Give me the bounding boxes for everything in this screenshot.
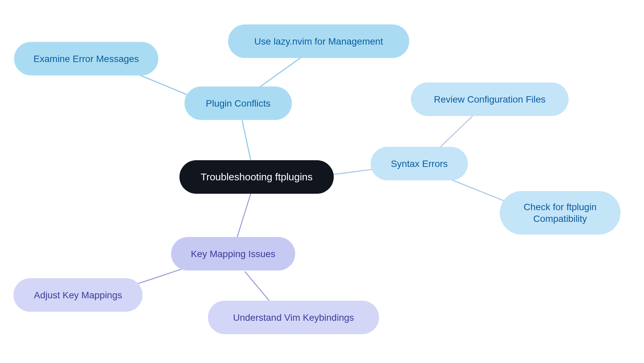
node-examine-errors[interactable]: Examine Error Messages bbox=[14, 42, 158, 75]
node-syntax-errors[interactable]: Syntax Errors bbox=[371, 147, 468, 180]
node-root-label: Troubleshooting ftplugins bbox=[201, 171, 313, 183]
node-key-mapping-label: Key Mapping Issues bbox=[191, 248, 275, 260]
node-use-lazy[interactable]: Use lazy.nvim for Management bbox=[228, 24, 409, 58]
node-examine-errors-label: Examine Error Messages bbox=[34, 53, 139, 65]
node-syntax-errors-label: Syntax Errors bbox=[391, 158, 448, 170]
svg-line-0 bbox=[241, 117, 252, 164]
node-key-mapping[interactable]: Key Mapping Issues bbox=[171, 237, 295, 270]
node-review-config-label: Review Configuration Files bbox=[434, 94, 545, 105]
node-check-compat[interactable]: Check for ftplugin Compatibility bbox=[500, 191, 621, 235]
node-understand-vim[interactable]: Understand Vim Keybindings bbox=[208, 301, 379, 334]
svg-line-6 bbox=[235, 191, 252, 245]
node-review-config[interactable]: Review Configuration Files bbox=[411, 82, 569, 116]
node-understand-vim-label: Understand Vim Keybindings bbox=[233, 312, 354, 323]
node-use-lazy-label: Use lazy.nvim for Management bbox=[254, 36, 383, 47]
mindmap-canvas: Troubleshooting ftplugins Plugin Conflic… bbox=[0, 0, 644, 363]
node-adjust-mappings[interactable]: Adjust Key Mappings bbox=[13, 278, 143, 312]
node-adjust-mappings-label: Adjust Key Mappings bbox=[34, 289, 122, 301]
node-plugin-conflicts-label: Plugin Conflicts bbox=[206, 98, 271, 109]
node-root[interactable]: Troubleshooting ftplugins bbox=[179, 160, 334, 194]
node-plugin-conflicts[interactable]: Plugin Conflicts bbox=[184, 86, 292, 120]
node-check-compat-label: Check for ftplugin Compatibility bbox=[524, 201, 597, 225]
